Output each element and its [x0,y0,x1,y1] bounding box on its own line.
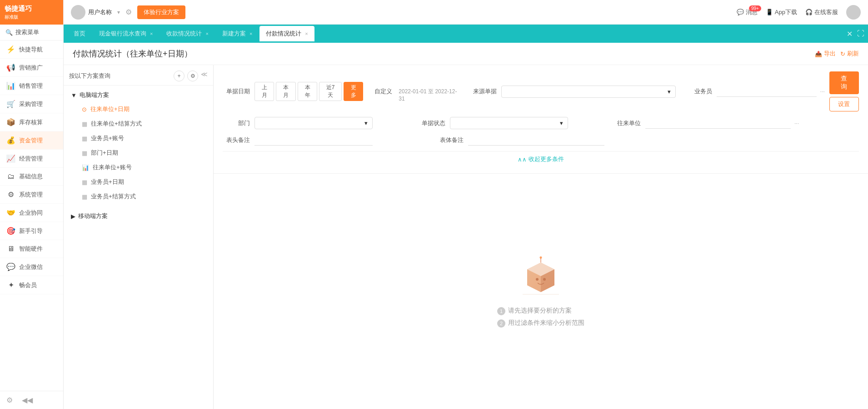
sidebar-item-purchase[interactable]: 🛒 采购管理 [0,95,63,113]
sidebar-item-member[interactable]: ✦ 畅会员 [0,276,63,294]
add-scheme-btn[interactable]: + [174,71,185,81]
tab-new-scheme-close[interactable]: × [249,31,252,36]
sidebar-label-finance: 资金管理 [19,136,43,145]
sidebar-item-finance[interactable]: 💰 资金管理 [0,131,63,150]
scheme-icon-6: ▦ [82,193,87,200]
salesperson-input[interactable] [717,86,817,97]
empty-state: 1 请先选择要分析的方案 2 用过滤条件来缩小分析范围 [214,174,868,409]
collapse-panel-btn[interactable]: ≪ [201,71,208,81]
tab-receivable-label: 收款情况统计 [166,30,202,38]
user-dropdown-icon[interactable] [117,9,120,15]
sidebar-label-sales: 销售管理 [19,82,43,90]
date-btn-this-month[interactable]: 本月 [276,82,295,101]
scheme-dept-date[interactable]: ▦ 部门+日期 [69,146,208,160]
manage-scheme-btn[interactable]: ⚙ [187,71,198,81]
topbar-gear-icon[interactable]: ⚙ [125,8,132,16]
bill-status-select[interactable] [450,117,568,129]
source-select[interactable] [501,86,676,98]
export-button[interactable]: 📤 导出 [815,50,836,58]
download-icon: 📱 [766,9,773,15]
mobile-group-title[interactable]: ▶ 移动端方案 [69,209,208,223]
scheme-salesperson-date[interactable]: ▦ 业务员+日期 [69,175,208,189]
salesperson-label: 业务员 [685,87,712,96]
sidebar-item-inventory[interactable]: 📦 库存核算 [0,113,63,131]
date-btn-last-month[interactable]: 上月 [254,82,274,101]
sidebar-item-sales[interactable]: 📊 销售管理 [0,77,63,95]
scheme-icon-1: ▦ [82,121,87,127]
scheme-icon-5: ▦ [82,179,87,186]
sidebar-item-system[interactable]: ⚙ 系统管理 [0,186,63,204]
scheme-icon-2: ▦ [82,135,87,142]
main-container: 用户名称 ⚙ 体验行业方案 💬 消息 99+ 📱 App下载 🎧 在线客服 首页 [64,0,868,409]
message-badge: 99+ [749,5,761,11]
scheme-salesperson-account[interactable]: ▦ 业务员+账号 [69,131,208,146]
app-download-button[interactable]: 📱 App下载 [766,8,797,16]
empty-hint-2: 2 用过滤条件来缩小分析范围 [497,319,584,328]
left-panel: 按以下方案查询 + ⚙ ≪ ▼ 电脑端方案 ⊙ 往来单位+日期 [64,65,214,409]
sidebar-item-quick-nav[interactable]: ⚡ 快捷导航 [0,40,63,59]
date-btn-this-year[interactable]: 本年 [298,82,317,101]
sales-icon: 📊 [6,81,15,90]
refresh-button[interactable]: ↻ 刷新 [840,50,859,58]
counterpart-field: ··· [645,118,799,129]
collapse-filter-bar[interactable]: ∧∧ 收起更多条件 [223,151,859,167]
sidebar-item-operation[interactable]: 📈 经营管理 [0,150,63,168]
scheme-counterpart-date[interactable]: ⊙ 往来单位+日期 [69,102,208,116]
counterpart-input[interactable] [645,118,791,129]
sidebar-item-marketing[interactable]: 📢 营销推广 [0,59,63,77]
sidebar-item-wechat[interactable]: 💬 企业微信 [0,258,63,276]
trial-button[interactable]: 体验行业方案 [137,5,185,19]
tab-payment-stats[interactable]: 付款情况统计 × [259,26,314,41]
empty-hints: 1 请先选择要分析的方案 2 用过滤条件来缩小分析范围 [497,307,584,328]
query-button[interactable]: 查询 [829,71,859,94]
finance-icon: 💰 [6,136,15,145]
date-btn-more[interactable]: 更多 [344,82,363,101]
online-service-label: 在线客服 [814,8,838,16]
desktop-group-title[interactable]: ▼ 电脑端方案 [69,88,208,102]
hint-num-2: 2 [497,319,505,328]
dept-select[interactable] [254,117,373,129]
tab-cashflow[interactable]: 现金银行流水查询 × [93,26,159,41]
basic-icon: 🗂 [6,172,15,181]
header-remark-input[interactable] [254,135,373,146]
tab-cashflow-close[interactable]: × [150,31,153,36]
date-range-display: 2022-01-01 至 2022-12-31 [399,81,460,102]
sidebar-label-system: 系统管理 [19,191,43,199]
tab-receivable-close[interactable]: × [205,31,208,36]
topbar-right: 💬 消息 99+ 📱 App下载 🎧 在线客服 [737,5,861,20]
body-remark-label: 表体备注 [436,136,464,144]
close-all-tabs-icon[interactable]: ✕ [847,30,853,38]
message-button[interactable]: 💬 消息 99+ [737,8,758,16]
marketing-icon: 📢 [6,63,15,72]
scheme-active-icon: ⊙ [82,106,87,113]
body-remark-input[interactable] [468,135,604,146]
setting-button[interactable]: 设置 [829,97,859,111]
left-panel-title: 按以下方案查询 [69,72,110,80]
tab-payment-stats-close[interactable]: × [305,31,308,36]
sidebar-label-operation: 经营管理 [19,155,43,163]
online-service-button[interactable]: 🎧 在线客服 [805,8,838,16]
sidebar-item-hardware[interactable]: 🖥 智能硬件 [0,240,63,258]
user-name: 用户名称 [88,8,112,16]
sidebar-item-guide[interactable]: 🎯 新手引导 [0,222,63,240]
app-edition: 标准版 [5,14,32,20]
tab-receivable[interactable]: 收款情况统计 × [160,26,215,41]
sidebar-item-enterprise[interactable]: 🤝 企业协同 [0,204,63,222]
scheme-counterpart-payment[interactable]: ▦ 往来单位+结算方式 [69,116,208,131]
wechat-icon: 💬 [6,263,15,271]
settings-icon[interactable]: ⚙ [6,396,13,404]
dept-chevron [364,120,368,126]
bill-status-chevron [560,120,563,126]
tab-home[interactable]: 首页 [67,26,92,41]
scheme-salesperson-payment[interactable]: ▦ 业务员+结算方式 [69,189,208,204]
date-btn-7days[interactable]: 近7天 [319,82,341,101]
date-buttons: 上月 本月 本年 近7天 更多 自定义 [254,82,392,101]
tab-new-scheme[interactable]: 新建方案 × [216,26,259,41]
sidebar-search[interactable]: 🔍 搜索菜单 [0,25,63,40]
collapse-sidebar-icon[interactable]: ◀◀ [22,396,33,404]
right-panel: 单据日期 上月 本月 本年 近7天 更多 自定义 2022-01-01 至 20… [214,65,868,409]
sidebar-item-basic[interactable]: 🗂 基础信息 [0,168,63,186]
scheme-counterpart-account[interactable]: 📊 往来单位+账号 [69,160,208,175]
sidebar-label-guide: 新手引导 [19,227,43,235]
expand-icon[interactable]: ⛶ [857,30,864,38]
